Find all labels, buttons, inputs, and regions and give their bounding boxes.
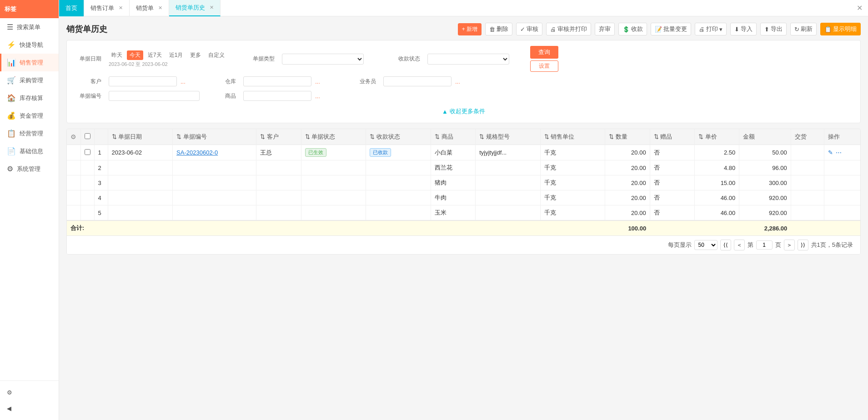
collect-status-select[interactable] <box>427 54 509 65</box>
cell-customer <box>256 190 301 205</box>
tab-sales-delivery[interactable]: 销货单 ✕ <box>130 0 169 16</box>
sidebar-item-inventory[interactable]: 🏠 库存核算 <box>0 89 59 107</box>
batch-change-button[interactable]: 📝 批量变更 <box>651 23 691 35</box>
goods-ellipsis[interactable]: ... <box>315 93 320 100</box>
tab-sales-history[interactable]: 销货单历史 ✕ <box>169 0 221 16</box>
sidebar-item-search-menu[interactable]: ☰ 搜索菜单 <box>0 18 59 36</box>
sidebar-item-bottom-2[interactable]: ◀ <box>0 400 59 416</box>
col-gift[interactable]: ⇅ 赠品 <box>650 129 694 145</box>
page-content: 销货单历史 + 新增 🗑 删除 ✓ 审核 🖨 审核并打印 弃审 <box>59 16 868 420</box>
sidebar-item-sys-mgmt[interactable]: ⚙ 系统管理 <box>0 160 59 178</box>
warehouse-input[interactable] <box>243 76 311 86</box>
col-amount[interactable]: 金额 <box>739 129 791 145</box>
basic-info-icon: 📄 <box>7 147 16 155</box>
first-page-button[interactable]: ⟨⟨ <box>720 240 731 250</box>
review-print-icon: 🖨 <box>550 26 556 33</box>
edit-icon[interactable]: ✎ <box>828 149 833 156</box>
col-unit-price[interactable]: ⇅ 单价 <box>694 129 739 145</box>
summary-empty4 <box>791 220 824 235</box>
collect-button[interactable]: 💲 收款 <box>618 23 647 35</box>
date-chip-7days[interactable]: 近7天 <box>145 50 165 60</box>
tab-bar-close-all[interactable]: ✕ <box>857 4 868 12</box>
sidebar-item-finance[interactable]: 💰 资金管理 <box>0 107 59 125</box>
tab-home-label: 首页 <box>65 4 77 12</box>
page-label-2: 页 <box>775 241 781 249</box>
row-checkbox[interactable] <box>85 149 90 155</box>
settings-button[interactable]: 设置 <box>530 60 558 72</box>
cell-action <box>824 175 860 190</box>
salesperson-input[interactable] <box>383 76 452 86</box>
new-button[interactable]: + 新增 <box>458 23 482 35</box>
import-icon: ⬇ <box>734 26 739 33</box>
last-page-button[interactable]: ⟩⟩ <box>798 240 808 250</box>
col-doc-status[interactable]: ⇅ 单据状态 <box>301 129 366 145</box>
date-chip-yesterday[interactable]: 昨天 <box>109 50 125 60</box>
date-chip-custom[interactable]: 自定义 <box>206 50 227 60</box>
doc-number-input[interactable] <box>109 91 200 101</box>
cell-spec <box>476 190 541 205</box>
page-number-input[interactable]: 1 <box>756 240 773 250</box>
col-spec[interactable]: ⇅ 规格型号 <box>476 129 541 145</box>
tab-sales-delivery-close[interactable]: ✕ <box>158 5 162 11</box>
goods-input[interactable] <box>243 91 311 101</box>
sidebar-item-operation[interactable]: 📋 经营管理 <box>0 125 59 142</box>
gear-icon[interactable]: ⚙ <box>70 133 76 140</box>
doc-type-select[interactable] <box>282 54 364 65</box>
warehouse-group: ... <box>243 76 334 86</box>
review-print-button[interactable]: 🖨 审核并打印 <box>546 23 591 35</box>
sidebar-item-purchase-mgmt[interactable]: 🛒 采购管理 <box>0 71 59 89</box>
review-icon: ✓ <box>520 26 525 33</box>
tab-sales-history-close[interactable]: ✕ <box>210 5 214 10</box>
col-sales-unit[interactable]: ⇅ 销售单位 <box>540 129 605 145</box>
delete-button[interactable]: 🗑 删除 <box>485 23 512 35</box>
cell-doc-number[interactable]: SA-20230602-0 <box>173 145 256 160</box>
tab-sales-order-close[interactable]: ✕ <box>119 5 123 11</box>
col-collect-status[interactable]: ⇅ 收款状态 <box>366 129 431 145</box>
refresh-button[interactable]: ↻ 刷新 <box>790 23 817 35</box>
col-doc-number[interactable]: ⇅ 单据编号 <box>173 129 256 145</box>
import-button[interactable]: ⬇ 导入 <box>730 23 757 35</box>
date-chip-1month[interactable]: 近1月 <box>166 50 186 60</box>
query-button[interactable]: 查询 <box>530 46 558 59</box>
sidebar-item-bottom-1[interactable]: ⚙ <box>0 385 59 400</box>
tab-sales-history-label: 销货单历史 <box>176 4 205 12</box>
inventory-icon: 🏠 <box>7 94 16 102</box>
date-filter-group: 昨天 今天 近7天 近1月 更多 自定义 2023-06-02 至 2023-0… <box>109 50 227 68</box>
warehouse-ellipsis[interactable]: ... <box>315 78 320 85</box>
date-chip-more[interactable]: 更多 <box>187 50 204 60</box>
cell-checkbox <box>80 190 94 205</box>
select-all-checkbox[interactable] <box>85 133 90 139</box>
review-button[interactable]: ✓ 审核 <box>516 23 542 35</box>
cell-gift: 否 <box>650 205 694 221</box>
col-gear[interactable]: ⚙ <box>67 129 80 145</box>
more-icon[interactable]: ⋯ <box>836 149 842 156</box>
cell-doc-date <box>108 160 173 175</box>
salesperson-ellipsis[interactable]: ... <box>455 78 460 85</box>
customer-input[interactable] <box>109 76 177 86</box>
show-details-button[interactable]: 📋 显示明细 <box>820 23 861 35</box>
customer-ellipsis[interactable]: ... <box>181 78 186 85</box>
cell-goods: 小白菜 <box>431 145 475 160</box>
col-goods[interactable]: ⇅ 商品 <box>431 129 475 145</box>
col-customer[interactable]: ⇅ 客户 <box>256 129 301 145</box>
col-trade[interactable]: 交货 <box>791 129 824 145</box>
col-quantity[interactable]: ⇅ 数量 <box>605 129 650 145</box>
sort-icon: ⇅ <box>435 133 440 140</box>
col-doc-date[interactable]: ⇅ 单据日期 <box>108 129 173 145</box>
sidebar-item-quick-nav[interactable]: ⚡ 快捷导航 <box>0 36 59 54</box>
export-button[interactable]: ⬆ 导出 <box>760 23 787 35</box>
collapse-filter-btn[interactable]: ▲ 收起更多条件 <box>74 105 853 117</box>
doc-number-link[interactable]: SA-20230602-0 <box>176 149 218 156</box>
goods-group: ... <box>243 91 334 101</box>
abandon-button[interactable]: 弃审 <box>595 23 615 35</box>
prev-page-button[interactable]: ＜ <box>734 240 745 250</box>
tab-home[interactable]: 首页 <box>59 0 84 16</box>
sidebar-item-sales-mgmt[interactable]: 📊 销售管理 <box>0 54 59 71</box>
next-page-button[interactable]: ＞ <box>784 240 795 250</box>
sidebar-item-basic-info[interactable]: 📄 基础信息 <box>0 142 59 160</box>
tab-sales-order[interactable]: 销售订单 ✕ <box>84 0 130 16</box>
per-page-select[interactable]: 50 100 200 <box>694 240 717 250</box>
print-button[interactable]: 🖨 打印 ▾ <box>695 23 727 35</box>
filter-row-3: 单据编号 商品 ... <box>74 91 853 101</box>
date-chip-today[interactable]: 今天 <box>127 50 143 60</box>
